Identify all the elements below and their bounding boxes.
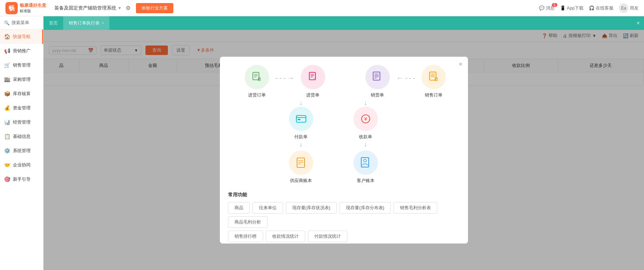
system-name: 装备及固定资产辅助管理系统 <box>54 5 116 11</box>
svg-rect-19 <box>298 119 300 120</box>
flow-item-sales-order: 销售订单 <box>412 65 456 98</box>
finance-icon: 💰 <box>4 105 10 111</box>
func-btn-customer[interactable]: 往来单位 <box>253 202 283 214</box>
func-btn-product[interactable]: 商品 <box>228 202 250 214</box>
func-btn-receipt-stats[interactable]: 收款情况统计 <box>266 231 305 242</box>
supplier-ledger-circle <box>289 150 313 175</box>
svg-rect-26 <box>361 158 369 167</box>
logo-icon: 畅 <box>5 2 18 14</box>
svg-rect-22 <box>297 158 304 167</box>
message-badge: 6 <box>552 3 557 7</box>
search-menu[interactable]: 🔍 搜索菜单 <box>0 16 43 30</box>
receipt-circle: ¥ <box>353 107 378 131</box>
newbie-icon: 🎯 <box>4 176 10 182</box>
sales-icon: 🛒 <box>4 62 10 68</box>
sidebar-item-marketing[interactable]: 📢 营销推广 <box>0 44 43 58</box>
sidebar-item-basic[interactable]: 📋 基础信息 <box>0 129 43 144</box>
message-action[interactable]: 💬 消息 6 <box>539 5 555 11</box>
tab-sales-order[interactable]: 销售订单执行表 × <box>63 16 109 30</box>
content-area: 首页 销售订单执行表 × × ❓ 帮助 <box>43 16 644 270</box>
payment-circle <box>289 107 313 131</box>
customer-ledger-circle <box>353 150 378 175</box>
tab-close-icon[interactable]: × <box>102 21 104 25</box>
system-icon: ⚙️ <box>4 148 10 154</box>
basic-icon: 📋 <box>4 133 10 140</box>
func-btn-stock-dist[interactable]: 现存量(库存分布表) <box>340 202 391 214</box>
purchase-slip-circle <box>301 65 325 89</box>
purchase-order-circle <box>245 65 269 89</box>
svg-rect-4 <box>309 72 315 80</box>
flow-section: 进货订单 - - - → <box>228 65 460 184</box>
service-icon: 🎧 <box>589 5 594 11</box>
svg-rect-17 <box>296 115 306 122</box>
flow-item-purchase-slip: 进货单 <box>291 65 335 98</box>
func-btn-sales-profit[interactable]: 销售毛利分析表 <box>394 202 437 214</box>
avatar: Ea <box>619 3 628 13</box>
sidebar-item-inventory[interactable]: 📦 库存核算 <box>0 87 43 101</box>
sidebar-item-quick-nav[interactable]: 🏠 快捷导航 <box>0 30 43 44</box>
settings-icon[interactable]: ⚙ <box>126 5 130 11</box>
user-action[interactable]: Ea 用友 <box>619 3 639 13</box>
flow-item-sales-slip: 销货单 <box>355 65 400 98</box>
message-icon: 💬 <box>539 5 544 11</box>
svg-point-27 <box>364 159 366 162</box>
search-icon: 🔍 <box>4 20 10 25</box>
download-icon: 📱 <box>560 5 565 11</box>
func-btns-row1: 商品 往来单位 现存量(库存状况表) 现存量(库存分布表) 销售毛利分析表 商品… <box>228 202 460 228</box>
tab-bar: 首页 销售订单执行表 × × <box>43 16 644 30</box>
func-btns-row2: 销售排行榜 收款情况统计 付款情况统计 <box>228 231 460 242</box>
func-btn-payment-stats[interactable]: 付款情况统计 <box>308 231 347 242</box>
sidebar-item-operation[interactable]: 📊 经营管理 <box>0 115 43 129</box>
logo-text: 畅康通好生意 标准版 <box>20 3 46 13</box>
purchase-icon: 🏬 <box>4 76 10 83</box>
svg-text:¥: ¥ <box>364 116 367 122</box>
modal: × 进货订单 <box>220 57 468 244</box>
func-btn-product-profit[interactable]: 商品毛利分析 <box>228 216 267 228</box>
sidebar-item-finance[interactable]: 💰 资金管理 <box>0 101 43 115</box>
window-close-icon[interactable]: × <box>636 20 640 26</box>
sales-order-circle <box>421 65 446 89</box>
svg-rect-8 <box>373 72 380 80</box>
sidebar: 🔍 搜索菜单 🏠 快捷导航 📢 营销推广 🛒 销售管理 🏬 采购管理 📦 <box>0 16 43 270</box>
system-dropdown-icon[interactable]: ▼ <box>118 6 122 11</box>
sidebar-item-corp[interactable]: 🤝 企业协同 <box>0 158 43 172</box>
common-functions-section: 常用功能 商品 往来单位 现存量(库存状况表) 现存量(库存分布表) 销售毛利分… <box>228 192 460 242</box>
common-functions-title: 常用功能 <box>228 192 460 198</box>
modal-close-button[interactable]: × <box>459 61 463 68</box>
sidebar-item-purchase[interactable]: 🏬 采购管理 <box>0 72 43 87</box>
func-btn-stock-status[interactable]: 现存量(库存状况表) <box>286 202 337 214</box>
quick-nav-icon: 🏠 <box>4 34 10 40</box>
logo-area: 畅 畅康通好生意 标准版 <box>5 2 49 14</box>
modal-overlay[interactable]: × 进货订单 <box>43 30 644 270</box>
top-bar-right: 💬 消息 6 📱 App下载 🎧 在线客服 Ea 用友 <box>539 3 639 13</box>
page-content: ❓ 帮助 🖨 按模板打印 ▼ 📤 导出 🔄 <box>43 30 644 270</box>
trial-button[interactable]: 体验行业方案 <box>136 3 173 13</box>
inventory-icon: 📦 <box>4 91 10 97</box>
sidebar-item-newbie[interactable]: 🎯 新手引导 <box>0 172 43 186</box>
sales-slip-circle <box>365 65 390 89</box>
app-download-action[interactable]: 📱 App下载 <box>560 5 584 11</box>
func-btn-sales-ranking[interactable]: 销售排行榜 <box>228 231 263 242</box>
corp-icon: 🤝 <box>4 162 10 168</box>
top-bar-middle: 装备及固定资产辅助管理系统 ▼ ⚙ 体验行业方案 <box>49 3 539 13</box>
flow-item-purchase-order: 进货订单 <box>235 65 279 98</box>
tab-home[interactable]: 首页 <box>43 16 63 30</box>
operation-icon: 📊 <box>4 119 10 125</box>
tab-bar-right: × <box>636 20 644 27</box>
online-service-action[interactable]: 🎧 在线客服 <box>589 5 613 11</box>
sidebar-item-system[interactable]: ⚙️ 系统管理 <box>0 144 43 158</box>
marketing-icon: 📢 <box>4 48 10 54</box>
sidebar-item-sales[interactable]: 🛒 销售管理 <box>0 58 43 72</box>
